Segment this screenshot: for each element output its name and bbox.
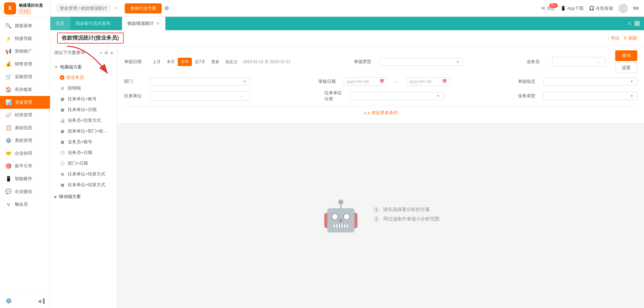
tree-group-pc[interactable]: ▼ 电脑端方案 bbox=[50, 62, 117, 72]
doc-status-arrow-icon: ▼ bbox=[630, 80, 634, 84]
date-tab-more[interactable]: 更多 bbox=[208, 58, 222, 66]
sidebar-item-purchase[interactable]: 🛒 采购管理 bbox=[0, 70, 50, 83]
sidebar-item-operation[interactable]: 📈 经营管理 bbox=[0, 109, 50, 121]
window-controls: ✕ ⬜ bbox=[624, 21, 644, 26]
table-icon-3: ▦ bbox=[60, 129, 65, 134]
doc-type-select[interactable]: ▼ bbox=[379, 58, 463, 66]
tab-collection-label: 收款情况统计 bbox=[127, 20, 154, 27]
date-separator: — bbox=[395, 79, 399, 84]
refresh-label: 刷新 bbox=[629, 35, 637, 41]
page-header: 收款情况统计(按业务员) ↑ 导出 ↻ 刷新 bbox=[50, 30, 644, 46]
tree-item-by-detail[interactable]: ⊞ 按明细 bbox=[50, 83, 117, 94]
user-avatar[interactable] bbox=[619, 4, 628, 13]
counterpart-select[interactable]: ··· bbox=[150, 91, 250, 101]
sidebar-item-enterprise[interactable]: 🤝 企业协同 bbox=[0, 147, 50, 160]
hardware-icon: 📱 bbox=[5, 176, 11, 182]
date-tab-custom[interactable]: 自定义 bbox=[222, 58, 240, 66]
online-service-button[interactable]: 🎧 在线客服 bbox=[589, 5, 613, 11]
empty-step-2-text: 用过滤条件来缩小分析范围 bbox=[383, 216, 439, 222]
app-download-button[interactable]: 📱 App下载 bbox=[560, 5, 584, 11]
tree-item-salesperson-account[interactable]: ▦ 业务员+账号 bbox=[50, 137, 117, 147]
footer-collapse-icon[interactable]: ◀▐ bbox=[38, 298, 45, 304]
sidebar-item-guide[interactable]: 🎯 新手引导 bbox=[0, 160, 50, 172]
date-tab-prev-month[interactable]: 上月 bbox=[150, 58, 164, 66]
tab-collection-close-icon[interactable]: ✕ bbox=[156, 21, 160, 26]
sidebar-item-finance[interactable]: 📊 资金管理 bbox=[0, 96, 50, 109]
window-maximize-icon[interactable]: ⬜ bbox=[634, 21, 640, 26]
salesperson-more-icon[interactable]: ··· bbox=[597, 59, 601, 64]
tree-item-counter-dept[interactable]: ▦ 按来单位+部门+收... bbox=[50, 126, 117, 137]
clock-icon-1: 🕐 bbox=[60, 150, 65, 155]
date-tab-last7[interactable]: 近7天 bbox=[192, 58, 208, 66]
review-date-label: 审核日期 bbox=[318, 79, 338, 85]
dept-select[interactable]: ▼ bbox=[150, 78, 250, 86]
tree-item-counterpart-account[interactable]: ▦ 往来单位+账号 bbox=[50, 94, 117, 104]
review-date-to[interactable]: yyyy-mm-dd 📅 bbox=[407, 77, 450, 86]
business-type-select[interactable]: ▼ bbox=[543, 92, 637, 100]
tab-home[interactable]: 首页 bbox=[50, 17, 70, 30]
date-tabs: 上月 本月 本年 近7天 更多 自定义 bbox=[150, 58, 240, 66]
sidebar-item-sales[interactable]: 💰 销售管理 bbox=[0, 58, 50, 70]
doc-type-arrow-icon: ▼ bbox=[456, 60, 460, 64]
tree-group-mobile[interactable]: ▶ 移动端方案 bbox=[50, 192, 117, 202]
tab-bank-close-icon[interactable]: ✕ bbox=[113, 21, 116, 26]
operation-icon: 📈 bbox=[5, 112, 11, 118]
clock-icon-2: 🕐 bbox=[60, 161, 65, 166]
user-name: Rit bbox=[633, 6, 639, 11]
sidebar-item-member[interactable]: Ⅴ 畅会员 bbox=[0, 198, 50, 211]
sidebar-item-inventory[interactable]: 🏠 库存核算 bbox=[0, 83, 50, 96]
sidebar-item-marketing[interactable]: 📢 营销推广 bbox=[0, 45, 50, 58]
table-icon-4: ▦ bbox=[60, 139, 65, 145]
sidebar-label-purchase: 采购管理 bbox=[15, 74, 32, 80]
tree-item-dept-date[interactable]: 🕐 部门+日期 bbox=[50, 158, 117, 169]
sidebar-label-sales: 销售管理 bbox=[15, 61, 32, 67]
footer-settings-icon[interactable]: ⚙️ bbox=[5, 298, 12, 304]
tab-bank[interactable]: 现金银行流水查询 ✕ bbox=[70, 17, 122, 30]
trial-button[interactable]: 体验行业方案 bbox=[125, 3, 162, 13]
tree-group-pc-label: 电脑端方案 bbox=[60, 64, 82, 70]
window-close-icon[interactable]: ✕ bbox=[628, 21, 632, 26]
collapse-bar[interactable]: ∧∧ 收起更多条件 bbox=[124, 106, 637, 119]
date-tab-this-month[interactable]: 本月 bbox=[164, 58, 178, 66]
left-panel-title: 按以下方案查询 bbox=[54, 50, 98, 56]
tree-item-by-salesperson[interactable]: ● 按业务员 bbox=[50, 72, 117, 83]
tree-item-counter-settle1[interactable]: ⊞ 往来单位+结算方式 bbox=[50, 169, 117, 179]
filter-row-1: 单据日期 上月 本月 本年 近7天 更多 自定义 2023-01-01 至 20… bbox=[124, 50, 637, 73]
counterpart-category-select[interactable]: ▼ bbox=[350, 92, 444, 100]
download-label: App下载 bbox=[567, 5, 584, 11]
active-item-dot: ● bbox=[60, 75, 64, 80]
chart-icon: 📊 bbox=[60, 118, 65, 123]
collapse-panel-icon[interactable]: « bbox=[110, 50, 113, 55]
doc-status-select[interactable]: ▼ bbox=[543, 78, 637, 86]
add-scheme-button[interactable]: + bbox=[100, 50, 102, 55]
sidebar-item-system[interactable]: ⚙️ 系统管理 bbox=[0, 134, 50, 147]
empty-step-1-text: 请先选择要分析的方案 bbox=[383, 207, 430, 213]
sales-icon: 💰 bbox=[5, 61, 11, 67]
message-button[interactable]: ✉ 消息 99+ bbox=[541, 5, 555, 11]
sidebar-item-basicinfo[interactable]: 📋 基础信息 bbox=[0, 121, 50, 134]
review-date-from[interactable]: yyyy-mm-dd 📅 bbox=[344, 77, 387, 86]
sidebar-label-finance: 资金管理 bbox=[15, 99, 32, 105]
sidebar-nav: 🔍 搜索菜单 ⚡ 快捷导航 📢 营销推广 💰 销售管理 🛒 采购管理 🏠 库存核… bbox=[0, 17, 50, 293]
empty-instructions: 1 请先选择要分析的方案 2 用过滤条件来缩小分析范围 bbox=[373, 206, 439, 225]
tree-item-dd-label: 部门+日期 bbox=[68, 160, 88, 166]
date-tab-this-year[interactable]: 本年 bbox=[178, 58, 192, 66]
tree-item-salesperson-date[interactable]: 🕐 业务员+日期 bbox=[50, 147, 117, 158]
header-settings-icon[interactable]: ⚙ bbox=[164, 5, 169, 11]
query-button[interactable]: 查询 bbox=[615, 50, 637, 61]
refresh-button[interactable]: ↻ 刷新 bbox=[624, 35, 637, 41]
scheme-settings-icon[interactable]: ⚙ bbox=[104, 50, 108, 55]
counterpart-more-icon[interactable]: ··· bbox=[240, 93, 244, 99]
export-button[interactable]: ↑ 导出 bbox=[607, 35, 620, 41]
header-right: ✉ 消息 99+ 📱 App下载 🎧 在线客服 Rit bbox=[541, 4, 639, 13]
tree-item-counter-settle2[interactable]: ▦ 往来单位+结算方式 bbox=[50, 179, 117, 190]
sidebar-item-quicknav[interactable]: ⚡ 快捷导航 bbox=[0, 32, 50, 45]
settings-button[interactable]: 设置 bbox=[615, 62, 637, 73]
salesperson-select[interactable]: ··· bbox=[552, 57, 606, 66]
sidebar-item-search[interactable]: 🔍 搜索菜单 bbox=[0, 19, 50, 32]
tree-item-counterpart-date[interactable]: ▦ 往来单位+日期 bbox=[50, 104, 117, 115]
sidebar-item-hardware[interactable]: 📱 智能硬件 bbox=[0, 172, 50, 185]
sidebar-item-wechat[interactable]: 💬 企业微信 bbox=[0, 185, 50, 198]
tree-item-salesperson-settle[interactable]: 📊 业务员+结算方式 bbox=[50, 115, 117, 126]
tab-collection[interactable]: 收款情况统计 ✕ bbox=[122, 17, 165, 30]
